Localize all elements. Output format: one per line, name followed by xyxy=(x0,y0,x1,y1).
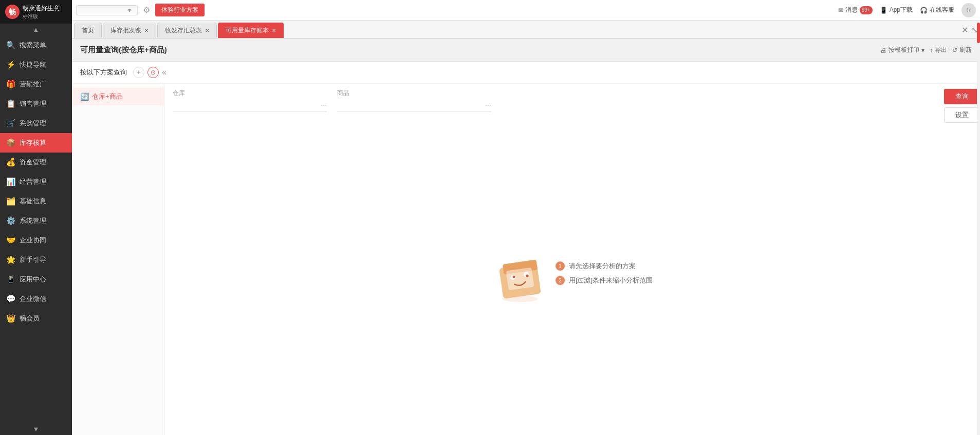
svg-rect-3 xyxy=(506,268,534,291)
gear-icon[interactable]: ⚙ xyxy=(141,5,152,15)
tab-close-icon[interactable]: ✕ xyxy=(205,28,209,33)
filter-row: 仓库 ··· 商品 ··· xyxy=(173,89,972,111)
sidebar-item-label: 企业协同 xyxy=(20,236,46,245)
empty-tips: 1 请先选择要分析的方案 2 用[过滤]条件来缩小分析范围 xyxy=(556,261,653,285)
sidebar-item-shortcut[interactable]: ⚡ 快捷导航 xyxy=(0,55,72,74)
sidebar-item-guide[interactable]: 🌟 新手引导 xyxy=(0,250,72,270)
online-service-label: 在线客服 xyxy=(930,6,954,14)
tab-home-label: 首页 xyxy=(82,26,94,35)
sidebar-item-label: 畅会员 xyxy=(20,314,40,323)
sidebar-item-inventory[interactable]: 📦 库存核算 xyxy=(0,133,72,153)
right-scrollbar[interactable] xyxy=(977,23,980,435)
gift-icon: 🎁 xyxy=(6,80,15,89)
warehouse-input[interactable] xyxy=(173,101,318,109)
svg-point-6 xyxy=(512,276,515,278)
refresh-btn[interactable]: ↺ 刷新 xyxy=(952,46,972,54)
add-scheme-btn[interactable]: + xyxy=(133,67,144,78)
sidebar-item-marketing[interactable]: 🎁 营销推广 xyxy=(0,74,72,94)
sidebar-item-label: 采购管理 xyxy=(20,119,46,128)
scheme-warehouse-goods[interactable]: 🔄 仓库+商品 xyxy=(72,88,164,105)
chart-icon: 📊 xyxy=(6,177,15,186)
message-label: 消息 xyxy=(845,6,858,14)
print-label: 按模板打印 xyxy=(889,46,919,54)
sidebar-item-label: 经营管理 xyxy=(20,177,46,186)
refresh-label: 刷新 xyxy=(959,46,972,54)
svg-point-7 xyxy=(526,275,528,277)
sidebar: 畅 畅康通好生意 标准版 ▲ 🔍 搜索菜单 ⚡ 快捷导航 🎁 营销推广 📋 销售… xyxy=(0,0,72,435)
tab-collect-summary[interactable]: 收发存汇总表 ✕ xyxy=(157,23,217,38)
scheme-label: 仓库+商品 xyxy=(92,92,123,101)
print-btn[interactable]: 🖨 按模板打印 ▾ xyxy=(880,46,924,54)
topbar: ▾ ⚙ 体验行业方案 ✉ 消息 99+ 📱 App下载 🎧 在线客服 R xyxy=(72,0,980,21)
message-badge: 99+ xyxy=(860,6,873,14)
cart-icon: 🛒 xyxy=(6,119,15,128)
sidebar-item-purchase[interactable]: 🛒 采购管理 xyxy=(0,114,72,133)
settings-button[interactable]: 设置 xyxy=(944,107,980,123)
tabs-bar: 首页 库存批次账 ✕ 收发存汇总表 ✕ 可用量库存账本 ✕ ✕ ⤡ xyxy=(72,21,980,39)
export-icon: ↑ xyxy=(930,47,933,54)
scroll-down-btn[interactable]: ▼ xyxy=(0,423,72,435)
tip-text-1: 请先选择要分析的方案 xyxy=(569,261,636,271)
export-btn[interactable]: ↑ 导出 xyxy=(930,46,947,54)
sidebar-item-system[interactable]: ⚙️ 系统管理 xyxy=(0,211,72,231)
tab-close-icon[interactable]: ✕ xyxy=(272,28,276,33)
sidebar-item-label: 营销推广 xyxy=(20,80,46,89)
sidebar-item-appcenter[interactable]: 📱 应用中心 xyxy=(0,270,72,289)
sidebar-item-finance[interactable]: 💰 资金管理 xyxy=(0,153,72,172)
filter-area: 仓库 ··· 商品 ··· xyxy=(164,84,980,435)
sidebar-item-operations[interactable]: 📊 经营管理 xyxy=(0,172,72,192)
app-name: 畅康通好生意 xyxy=(23,4,60,13)
query-bar: 按以下方案查询 + ⊙ « xyxy=(72,62,980,84)
sidebar-item-label: 系统管理 xyxy=(20,216,46,225)
sidebar-item-label: 搜索菜单 xyxy=(20,41,46,50)
app-download-label: App下载 xyxy=(890,6,913,14)
page-header: 可用量查询(按仓库+商品) 🖨 按模板打印 ▾ ↑ 导出 ↺ 刷新 xyxy=(72,39,980,62)
scheme-settings-btn[interactable]: ⊙ xyxy=(147,67,159,78)
collapse-icon[interactable]: « xyxy=(162,68,167,77)
app-version: 标准版 xyxy=(23,13,60,20)
goods-input[interactable] xyxy=(337,101,482,109)
experience-btn[interactable]: 体验行业方案 xyxy=(155,4,205,16)
empty-svg xyxy=(492,248,548,304)
tab-batch-account[interactable]: 库存批次账 ✕ xyxy=(103,23,156,38)
empty-illustration xyxy=(492,248,543,299)
scroll-up-btn[interactable]: ▲ xyxy=(0,24,72,35)
chevron-down-icon[interactable]: ▾ xyxy=(921,47,924,54)
sidebar-item-search[interactable]: 🔍 搜索菜单 xyxy=(0,35,72,55)
folder-icon: 🗂️ xyxy=(6,197,15,206)
tab-available-ledger[interactable]: 可用量库存账本 ✕ xyxy=(218,23,284,38)
sidebar-item-label: 资金管理 xyxy=(20,158,46,167)
handshake-icon: 🤝 xyxy=(6,236,15,245)
warehouse-more-icon[interactable]: ··· xyxy=(321,101,327,109)
sidebar-item-enterprise-wx[interactable]: 💬 企业微信 xyxy=(0,289,72,309)
warehouse-input-wrapper: ··· xyxy=(173,99,327,111)
app-download-btn[interactable]: 📱 App下载 xyxy=(880,6,913,14)
chevron-down-icon[interactable]: ▾ xyxy=(128,7,131,14)
sidebar-nav: 🔍 搜索菜单 ⚡ 快捷导航 🎁 营销推广 📋 销售管理 🛒 采购管理 📦 库存核… xyxy=(0,35,72,423)
search-input[interactable] xyxy=(80,7,126,14)
tab-batch-account-label: 库存批次账 xyxy=(110,26,141,35)
sidebar-item-member[interactable]: 👑 畅会员 xyxy=(0,309,72,328)
star-icon: 🌟 xyxy=(6,255,15,264)
goods-more-icon[interactable]: ··· xyxy=(485,101,491,109)
sidebar-item-basic[interactable]: 🗂️ 基础信息 xyxy=(0,192,72,211)
tab-close-icon[interactable]: ✕ xyxy=(144,28,149,33)
gear-icon: ⚙️ xyxy=(6,216,15,225)
header-actions: 🖨 按模板打印 ▾ ↑ 导出 ↺ 刷新 xyxy=(880,46,972,54)
message-btn[interactable]: ✉ 消息 99+ xyxy=(838,6,873,14)
sidebar-item-label: 基础信息 xyxy=(20,197,46,206)
print-icon: 🖨 xyxy=(880,47,886,54)
avatar[interactable]: R xyxy=(961,3,976,17)
close-tab-btn[interactable]: ✕ xyxy=(961,25,968,35)
empty-state: 1 请先选择要分析的方案 2 用[过滤]条件来缩小分析范围 xyxy=(173,117,972,430)
sidebar-item-enterprise[interactable]: 🤝 企业协同 xyxy=(0,231,72,250)
online-service-btn[interactable]: 🎧 在线客服 xyxy=(920,6,954,14)
query-button[interactable]: 查询 xyxy=(944,89,980,104)
sidebar-item-sales[interactable]: 📋 销售管理 xyxy=(0,94,72,114)
tab-home[interactable]: 首页 xyxy=(74,23,102,38)
topbar-right: ✉ 消息 99+ 📱 App下载 🎧 在线客服 R xyxy=(838,3,976,17)
goods-input-wrapper: ··· xyxy=(337,99,491,111)
warehouse-field: 仓库 ··· xyxy=(173,89,327,111)
main-area: ▾ ⚙ 体验行业方案 ✉ 消息 99+ 📱 App下载 🎧 在线客服 R xyxy=(72,0,980,435)
scrollbar-thumb[interactable] xyxy=(977,23,980,43)
